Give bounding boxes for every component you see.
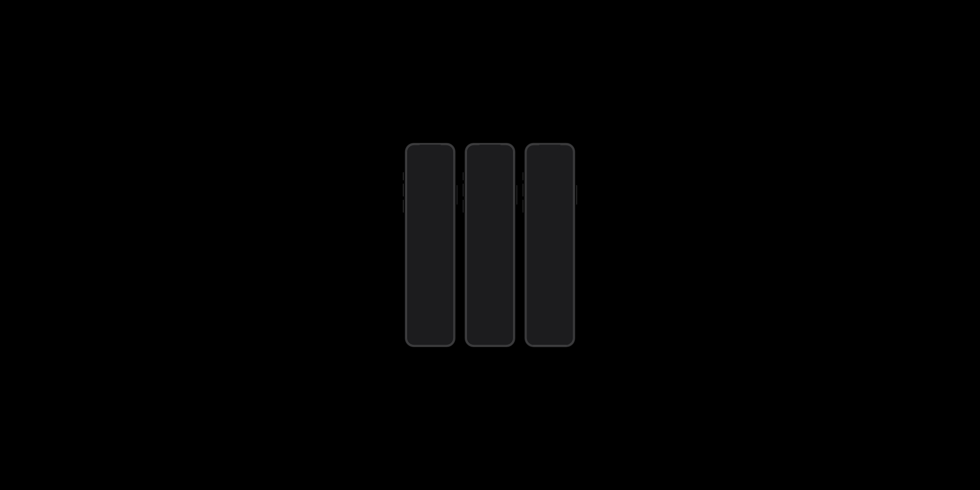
- volume-up-button: [403, 183, 404, 197]
- mute-button-3: [523, 172, 523, 180]
- search-icon-3: 🔍: [567, 337, 570, 340]
- phone-inmost: 9:06 ▲: [465, 143, 515, 347]
- wifi-icon-1: ▲: [442, 148, 444, 150]
- mute-button-2: [463, 172, 464, 180]
- arcade-icon-1: 🕹: [438, 337, 441, 340]
- tab-games-3[interactable]: 🚀 Games: [536, 337, 545, 342]
- volume-down-button-3: [523, 200, 523, 213]
- game-screenshot-3: [527, 145, 573, 315]
- arcade-badge-3: Arcade: [547, 317, 553, 319]
- window-pane-3: [486, 202, 490, 207]
- battery-icon-1: [445, 148, 449, 151]
- games-icon-3: 🚀: [539, 337, 542, 340]
- tab-today-3[interactable]: ☰ Today: [527, 337, 536, 342]
- volume-down-button: [403, 200, 404, 213]
- today-label-3: Today: [529, 340, 533, 342]
- signal-bar-1: [438, 150, 439, 150]
- search-icon-2: 🔍: [507, 337, 511, 340]
- search-label-2: Search: [507, 340, 511, 342]
- info-card-3: Arcade ShockRods Deathmatch in cars! GET: [527, 315, 573, 336]
- arcade-label-tab-2: Arcade: [497, 340, 502, 342]
- get-button-2[interactable]: GET: [470, 329, 510, 334]
- game-element-3: ✦: [428, 221, 438, 231]
- game-title-3: ShockRods: [540, 320, 560, 324]
- today-icon-3: ☰: [530, 337, 532, 340]
- tab-apps-3[interactable]: ⊞ Apps: [545, 337, 554, 342]
- power-button: [457, 185, 457, 205]
- hero-area-1: ✦: [407, 145, 453, 315]
- phone-screen-1: 9:06 ▲: [407, 145, 453, 345]
- status-bar-1: 9:06 ▲: [407, 145, 453, 152]
- games-icon-1: 🚀: [419, 337, 423, 340]
- tab-search-2[interactable]: 🔍 Search: [504, 337, 514, 342]
- apps-label-2: Apps: [488, 340, 492, 342]
- platform-mid: [476, 255, 495, 255]
- arcade-icon-2: 🕹: [498, 337, 501, 340]
- tab-apps-1[interactable]: ⊞ Apps: [426, 337, 435, 342]
- home-bar-2: [480, 344, 500, 345]
- apps-icon-1: ⊞: [429, 337, 431, 339]
- tab-arcade-3[interactable]: 🕹 Arcade: [554, 337, 564, 342]
- info-card-1: Arcade Decoherence Tactical Robot Arena …: [407, 315, 453, 336]
- search-icon-1: 🔍: [447, 337, 451, 340]
- tab-search-1[interactable]: 🔍 Search: [444, 337, 453, 342]
- screen-inner-3: 9:06 ▲: [527, 145, 573, 345]
- wifi-icon-3: ▲: [562, 148, 563, 150]
- tab-arcade-2[interactable]: 🕹 Arcade: [495, 337, 504, 342]
- platform-floor: [466, 280, 514, 280]
- game-window-element: [485, 196, 495, 207]
- info-card-2: Arcade INMOST Discover The Darkness GET: [466, 315, 514, 336]
- tab-games-2[interactable]: 🚀 Games: [476, 337, 485, 342]
- signal-bar-2-3: [500, 148, 501, 150]
- volume-up-button-2: [463, 183, 464, 197]
- screen-inner-2: 9:06 ▲: [466, 145, 514, 345]
- tab-today-1[interactable]: ☰ Today: [407, 337, 416, 342]
- battery-icon-2: [504, 148, 509, 151]
- platform-elements-1: ✦: [407, 145, 453, 315]
- arcade-label-3: Arcade: [547, 317, 553, 319]
- game-element-2: [433, 196, 439, 202]
- time-3: 9:06: [531, 148, 536, 151]
- game-screenshot-1: ✦: [407, 145, 453, 315]
- time-1: 9:06: [411, 148, 416, 151]
- phone-screen-3: 9:06 ▲: [527, 145, 573, 345]
- game-title-1: Decoherence: [419, 320, 442, 324]
- arena-element-2: [552, 171, 565, 179]
- tab-apps-2[interactable]: ⊞ Apps: [485, 337, 495, 342]
- time-2: 9:06: [471, 148, 476, 151]
- get-button-1[interactable]: GET: [410, 329, 450, 334]
- phone-screen-2: 9:06 ▲: [466, 145, 514, 345]
- signal-bars-3: [558, 148, 561, 150]
- games-label-3: Games: [538, 340, 543, 342]
- home-indicator-3: [527, 345, 573, 345]
- phone-decoherence: 9:06 ▲: [405, 143, 455, 347]
- battery-icon-3: [565, 148, 569, 151]
- signal-bar-2-2: [500, 149, 500, 150]
- get-button-3[interactable]: GET: [530, 329, 570, 334]
- wifi-icon-2: ▲: [502, 148, 504, 150]
- arcade-label-2: Arcade: [487, 317, 493, 319]
- search-label-1: Search: [447, 340, 451, 342]
- games-label-2: Games: [478, 340, 483, 342]
- games-label-1: Games: [418, 340, 423, 342]
- hero-area-3: 🚗: [527, 145, 573, 315]
- game-subtitle-2: Discover The Darkness: [480, 325, 500, 327]
- home-indicator-1: [407, 345, 453, 345]
- energy-beam-1: [539, 230, 542, 242]
- tab-today-2[interactable]: ☰ Today: [466, 337, 476, 342]
- signal-bar-4: [441, 148, 441, 150]
- power-button-2: [516, 185, 517, 205]
- tab-bar-2: ☰ Today 🚀 Games ⊞ Apps 🕹 Arcade: [466, 336, 514, 345]
- home-bar-1: [420, 344, 440, 345]
- volume-up-button-3: [523, 183, 523, 197]
- app-icon-shockrods: 🚗: [543, 300, 557, 315]
- tab-bar-1: ☰ Today 🚀 Games ⊞ Apps 🕹 Arcade: [407, 336, 453, 345]
- tab-games-1[interactable]: 🚀 Games: [416, 337, 426, 342]
- signal-bars-1: [438, 148, 441, 150]
- platform-elements-3: [527, 145, 573, 315]
- tab-search-3[interactable]: 🔍 Search: [564, 337, 573, 342]
- tab-arcade-1[interactable]: 🕹 Arcade: [435, 337, 444, 342]
- window-pane-2: [490, 196, 494, 201]
- game-subtitle-1: Tactical Robot Arena: [422, 325, 439, 327]
- game-screenshot-2: [466, 145, 514, 315]
